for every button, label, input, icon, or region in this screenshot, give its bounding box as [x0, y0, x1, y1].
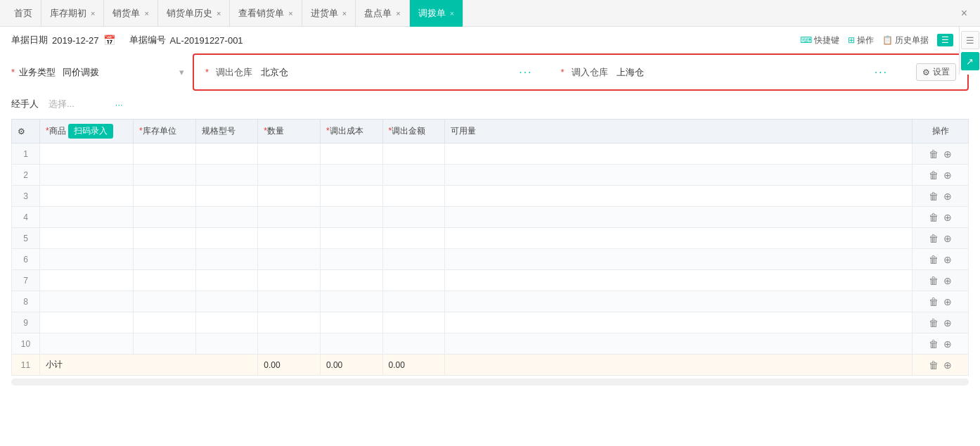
copy-icon-9[interactable]: ⊕: [943, 317, 952, 329]
amount-cell-5[interactable]: [382, 228, 445, 249]
delete-icon-10[interactable]: 🗑: [929, 338, 939, 350]
close-view-sales[interactable]: ×: [288, 9, 292, 18]
tab-view-sales[interactable]: 查看销货单 ×: [230, 0, 302, 27]
delete-icon-2[interactable]: 🗑: [929, 170, 939, 181]
spec-cell-7[interactable]: [195, 270, 258, 291]
copy-icon-4[interactable]: ⊕: [943, 212, 952, 223]
delete-icon-11[interactable]: 🗑: [929, 359, 939, 371]
unit-cell-4[interactable]: [133, 207, 195, 228]
close-sales-order[interactable]: ×: [144, 9, 148, 18]
tab-transfer-order[interactable]: 调拨单 ×: [410, 0, 463, 27]
person-select[interactable]: 选择...: [49, 98, 75, 110]
bottom-scrollbar[interactable]: [11, 378, 969, 386]
copy-icon-2[interactable]: ⊕: [943, 170, 952, 181]
delete-icon-9[interactable]: 🗑: [929, 317, 939, 329]
tab-purchase-order[interactable]: 进货单 ×: [302, 0, 356, 27]
tab-sales-order[interactable]: 销货单 ×: [104, 0, 157, 27]
tab-home[interactable]: 首页: [6, 0, 41, 27]
spec-cell-1[interactable]: [195, 144, 258, 165]
amount-cell-6[interactable]: [382, 249, 445, 270]
product-cell-9[interactable]: [40, 312, 134, 333]
cost-cell-7[interactable]: [320, 270, 382, 291]
close-purchase-order[interactable]: ×: [342, 9, 347, 18]
th-gear[interactable]: ⚙: [12, 120, 40, 144]
spec-cell-3[interactable]: [195, 186, 258, 207]
product-cell-3[interactable]: [40, 186, 134, 207]
delete-icon-1[interactable]: 🗑: [929, 148, 939, 160]
unit-cell-5[interactable]: [133, 228, 195, 249]
shortcut-button[interactable]: ⌨ 快捷键: [800, 34, 839, 46]
unit-cell-10[interactable]: [133, 333, 195, 355]
product-cell-6[interactable]: [40, 249, 134, 270]
amount-cell-8[interactable]: [382, 291, 445, 312]
calendar-icon[interactable]: 📅: [103, 34, 115, 46]
spec-cell-8[interactable]: [195, 291, 258, 312]
product-cell-5[interactable]: [40, 228, 134, 249]
unit-cell-1[interactable]: [133, 144, 195, 165]
cost-cell-4[interactable]: [320, 207, 382, 228]
close-all-tabs[interactable]: ×: [954, 7, 974, 20]
amount-cell-3[interactable]: [382, 186, 445, 207]
product-cell-7[interactable]: [40, 270, 134, 291]
delete-icon-6[interactable]: 🗑: [929, 254, 939, 265]
amount-cell-1[interactable]: [382, 144, 445, 165]
tab-inventory-init[interactable]: 库存期初 ×: [41, 0, 104, 27]
tab-inventory-count[interactable]: 盘点单 ×: [356, 0, 409, 27]
amount-cell-2[interactable]: [382, 165, 445, 186]
qty-cell-10[interactable]: [258, 333, 321, 355]
delete-icon-4[interactable]: 🗑: [929, 212, 939, 223]
scan-button[interactable]: 扫码录入: [68, 124, 113, 139]
close-inventory-count[interactable]: ×: [396, 9, 400, 18]
cost-cell-2[interactable]: [320, 165, 382, 186]
copy-icon-10[interactable]: ⊕: [943, 338, 952, 350]
cost-cell-1[interactable]: [320, 144, 382, 165]
operation-button[interactable]: ⊞ 操作: [848, 34, 874, 46]
delete-icon-8[interactable]: 🗑: [929, 296, 939, 307]
qty-cell-5[interactable]: [258, 228, 321, 249]
unit-cell-9[interactable]: [133, 312, 195, 333]
qty-cell-1[interactable]: [258, 144, 321, 165]
close-sales-history[interactable]: ×: [217, 9, 221, 18]
history-button[interactable]: 📋 历史单据: [882, 34, 929, 46]
copy-icon-5[interactable]: ⊕: [943, 233, 952, 244]
tab-sales-history[interactable]: 销货单历史 ×: [158, 0, 230, 27]
cost-cell-6[interactable]: [320, 249, 382, 270]
copy-icon-11[interactable]: ⊕: [943, 359, 952, 371]
close-inventory-init[interactable]: ×: [91, 9, 95, 18]
delete-icon-3[interactable]: 🗑: [929, 191, 939, 202]
product-cell-4[interactable]: [40, 207, 134, 228]
unit-cell-8[interactable]: [133, 291, 195, 312]
unit-cell-6[interactable]: [133, 249, 195, 270]
product-cell-2[interactable]: [40, 165, 134, 186]
qty-cell-4[interactable]: [258, 207, 321, 228]
panel-btn-list[interactable]: ☰: [961, 31, 979, 49]
unit-cell-7[interactable]: [133, 270, 195, 291]
qty-cell-8[interactable]: [258, 291, 321, 312]
qty-cell-6[interactable]: [258, 249, 321, 270]
delete-icon-5[interactable]: 🗑: [929, 233, 939, 244]
copy-icon-7[interactable]: ⊕: [943, 275, 952, 286]
delete-icon-7[interactable]: 🗑: [929, 275, 939, 286]
amount-cell-7[interactable]: [382, 270, 445, 291]
amount-cell-9[interactable]: [382, 312, 445, 333]
out-more-icon[interactable]: ···: [519, 66, 532, 79]
spec-cell-2[interactable]: [195, 165, 258, 186]
qty-cell-3[interactable]: [258, 186, 321, 207]
cost-cell-3[interactable]: [320, 186, 382, 207]
product-cell-8[interactable]: [40, 291, 134, 312]
cost-cell-5[interactable]: [320, 228, 382, 249]
product-cell-1[interactable]: [40, 144, 134, 165]
qty-cell-2[interactable]: [258, 165, 321, 186]
business-dropdown-icon[interactable]: ▾: [179, 67, 184, 77]
copy-icon-6[interactable]: ⊕: [943, 254, 952, 265]
person-more-icon[interactable]: ···: [115, 99, 123, 110]
cost-cell-10[interactable]: [320, 333, 382, 355]
spec-cell-4[interactable]: [195, 207, 258, 228]
cost-cell-8[interactable]: [320, 291, 382, 312]
settings-button[interactable]: ⚙ 设置: [916, 63, 956, 81]
qty-cell-7[interactable]: [258, 270, 321, 291]
close-transfer-order[interactable]: ×: [450, 9, 454, 18]
copy-icon-1[interactable]: ⊕: [943, 148, 952, 160]
unit-cell-3[interactable]: [133, 186, 195, 207]
copy-icon-8[interactable]: ⊕: [943, 296, 952, 307]
